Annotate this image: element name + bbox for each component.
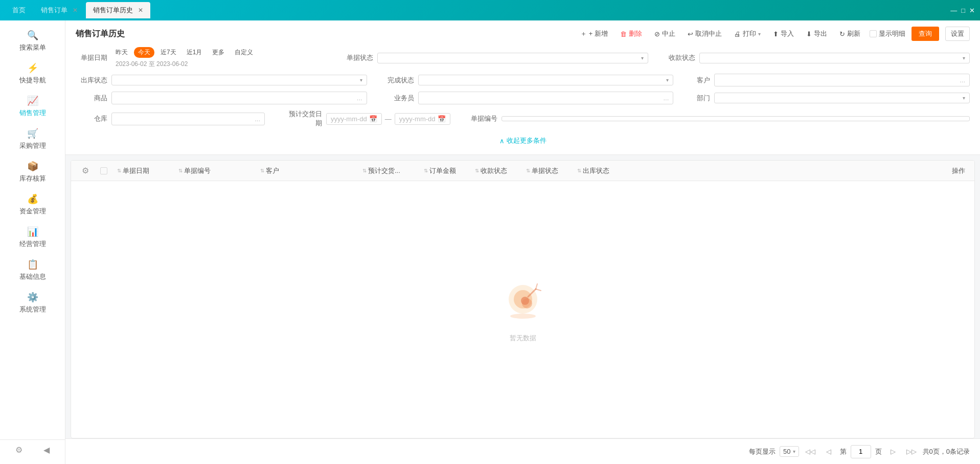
select-all-checkbox[interactable]	[100, 167, 107, 174]
print-button[interactable]: 🖨 打印 ▾	[731, 27, 764, 40]
th-pay-status[interactable]: ⇅ 收款状态	[471, 166, 522, 175]
refresh-button[interactable]: ↻ 刷新	[836, 27, 863, 40]
maximize-button[interactable]: □	[961, 7, 965, 14]
complete-select[interactable]: ▾	[418, 75, 674, 85]
salesperson-ellipsis[interactable]: ...	[664, 94, 669, 102]
tab-sales-order-history-close[interactable]: ✕	[138, 7, 143, 14]
date-opt-1month[interactable]: 近1月	[183, 47, 207, 58]
salesperson-input[interactable]: ...	[418, 92, 674, 104]
show-detail-checkbox[interactable]	[870, 30, 877, 37]
page-input[interactable]	[851, 445, 871, 458]
settings-button[interactable]: 设置	[945, 27, 970, 41]
th-customer-label: 客户	[266, 166, 279, 175]
th-amount-label: 订单金额	[429, 166, 456, 175]
content-area: 销售订单历史 ＋ + 新增 🗑 删除 ⊘ 中止 ↩	[65, 20, 980, 464]
doc-number-input[interactable]	[502, 116, 970, 121]
show-detail-label: 显示明细	[879, 29, 905, 38]
import-icon: ⬆	[773, 30, 779, 38]
stock-out-select[interactable]: ▾	[111, 75, 367, 85]
window-controls: — □ ✕	[950, 7, 975, 14]
tab-sales-order-label: 销售订单	[41, 6, 67, 15]
sidebar-item-management[interactable]: 📊 经营管理	[0, 221, 65, 254]
customer-input[interactable]: ...	[714, 74, 970, 86]
show-detail-control[interactable]: 显示明细	[870, 29, 905, 38]
th-customer[interactable]: ⇅ 客户	[256, 166, 358, 175]
table-settings-button[interactable]: ⚙	[76, 166, 95, 175]
sidebar-item-basic-info[interactable]: 📋 基础信息	[0, 254, 65, 286]
th-doc-status[interactable]: ⇅ 单据状态	[522, 166, 573, 175]
sidebar-settings-icon[interactable]: ⚙	[15, 445, 22, 455]
sort-docno-icon: ⇅	[178, 168, 183, 173]
tab-sales-order-close[interactable]: ✕	[73, 7, 78, 14]
th-amount[interactable]: ⇅ 订单金额	[420, 166, 471, 175]
receipt-status-select[interactable]: ▾	[699, 53, 970, 63]
export-button[interactable]: ⬇ 导出	[803, 27, 830, 40]
date-opt-7days[interactable]: 近7天	[156, 47, 180, 58]
page-label: 页	[875, 447, 882, 456]
dept-arrow-icon: ▾	[963, 95, 965, 101]
date-filter: 昨天 今天 近7天 近1月 更多 自定义 2023-06-02 至 2023-0…	[111, 47, 316, 69]
settings-label: 设置	[951, 29, 964, 38]
query-button[interactable]: 查询	[911, 27, 939, 41]
stop-button[interactable]: ⊘ 中止	[651, 27, 678, 40]
sidebar-item-purchase[interactable]: 🛒 采购管理	[0, 123, 65, 156]
date-opt-custom[interactable]: 自定义	[231, 47, 257, 58]
sidebar-bottom: ⚙ ◀	[0, 439, 65, 460]
last-page-button[interactable]: ▷▷	[904, 445, 919, 459]
new-label: + 新增	[589, 29, 608, 38]
management-icon: 📊	[27, 226, 38, 237]
th-date[interactable]: ⇅ 单据日期	[113, 166, 174, 175]
first-page-icon: ◁◁	[805, 448, 815, 455]
export-label: 导出	[814, 29, 827, 38]
dept-select[interactable]: ▾	[714, 93, 970, 103]
th-stock-status[interactable]: ⇅ 出库状态	[573, 166, 634, 175]
close-button[interactable]: ✕	[969, 7, 975, 14]
delivery-date-end[interactable]: yyyy-mm-dd 📅	[395, 113, 450, 125]
date-opt-more[interactable]: 更多	[208, 47, 229, 58]
sidebar-item-quicknav[interactable]: ⚡ 快捷导航	[0, 57, 65, 90]
next-page-button[interactable]: ▷	[886, 445, 900, 459]
doc-status-arrow-icon: ▾	[641, 55, 644, 61]
date-opt-today[interactable]: 今天	[134, 47, 154, 58]
date-filter-control: 昨天 今天 近7天 近1月 更多 自定义 2023-06-02 至 2023-0…	[111, 47, 316, 69]
customer-ellipsis[interactable]: ...	[960, 76, 965, 84]
delete-icon: 🗑	[620, 30, 627, 38]
svg-point-7	[510, 314, 536, 319]
date-opt-yesterday[interactable]: 昨天	[111, 47, 132, 58]
prev-page-icon: ◁	[826, 448, 831, 455]
tab-home[interactable]: 首页	[5, 2, 33, 18]
new-icon: ＋	[580, 29, 587, 38]
customer-label: 客户	[694, 76, 714, 85]
import-button[interactable]: ⬆ 导入	[770, 27, 797, 40]
minimize-button[interactable]: —	[950, 7, 957, 14]
receipt-status-label: 收款状态	[669, 53, 699, 62]
sidebar-item-inventory[interactable]: 📦 库存核算	[0, 156, 65, 188]
product-ellipsis[interactable]: ...	[357, 94, 362, 102]
empty-state: 暂无数据	[71, 181, 974, 438]
tab-sales-order[interactable]: 销售订单 ✕	[34, 2, 85, 18]
sidebar-item-search[interactable]: 🔍 搜索菜单	[0, 25, 65, 57]
delete-button[interactable]: 🗑 删除	[617, 27, 645, 40]
sidebar-collapse-icon[interactable]: ◀	[43, 445, 50, 455]
warehouse-ellipsis[interactable]: ...	[255, 115, 260, 123]
table-select-all[interactable]	[95, 167, 113, 174]
th-docno[interactable]: ⇅ 单据编号	[174, 166, 256, 175]
sidebar-item-system[interactable]: ⚙️ 系统管理	[0, 286, 65, 319]
th-doc-status-label: 单据状态	[532, 166, 558, 175]
prev-page-button[interactable]: ◁	[822, 445, 836, 459]
th-delivery[interactable]: ⇅ 预计交货...	[358, 166, 420, 175]
product-input[interactable]: ...	[111, 92, 367, 104]
tab-sales-order-history[interactable]: 销售订单历史 ✕	[86, 2, 150, 18]
first-page-button[interactable]: ◁◁	[803, 445, 817, 459]
sidebar-item-finance[interactable]: 💰 资金管理	[0, 188, 65, 221]
doc-status-select[interactable]: ▾	[377, 53, 648, 63]
page-size-select[interactable]: 50 ▾	[780, 446, 799, 457]
warehouse-input[interactable]: ...	[111, 113, 265, 125]
cancel-stop-button[interactable]: ↩ 取消中止	[685, 27, 725, 40]
sidebar-item-sales[interactable]: 📈 销售管理	[0, 90, 65, 123]
new-button[interactable]: ＋ + 新增	[577, 27, 611, 40]
delivery-date-start[interactable]: yyyy-mm-dd 📅	[326, 113, 382, 125]
inventory-icon: 📦	[27, 161, 38, 172]
salesperson-label: 业务员	[388, 94, 418, 103]
collapse-button[interactable]: ∧ 收起更多条件	[76, 133, 970, 148]
